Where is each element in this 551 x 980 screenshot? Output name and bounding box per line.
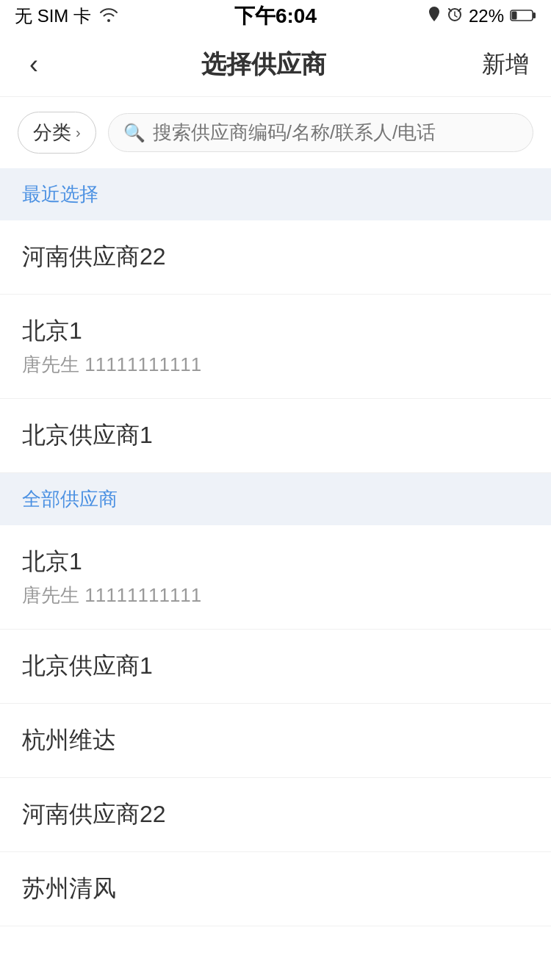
list-item[interactable]: 北京供应商1 (0, 630, 551, 704)
svg-rect-2 (533, 12, 536, 18)
item-name: 河南供应商22 (22, 799, 529, 831)
add-button[interactable]: 新增 (482, 48, 529, 81)
search-icon: 🔍 (123, 123, 145, 143)
all-section-label: 全部供应商 (22, 488, 118, 510)
item-name: 北京供应商1 (22, 650, 529, 682)
category-button[interactable]: 分类 › (18, 112, 96, 154)
all-list: 北京1唐先生 11111111111北京供应商1杭州维达河南供应商22苏州清风 (0, 525, 551, 926)
list-item[interactable]: 河南供应商22 (0, 220, 551, 295)
list-item[interactable]: 苏州清风 (0, 852, 551, 926)
recent-list: 河南供应商22北京1唐先生 11111111111北京供应商1 (0, 220, 551, 473)
all-section-header: 全部供应商 (0, 473, 551, 525)
list-item[interactable]: 北京1唐先生 11111111111 (0, 525, 551, 630)
recent-section-header: 最近选择 (0, 168, 551, 220)
item-sub: 唐先生 11111111111 (22, 352, 529, 378)
location-icon (428, 6, 441, 26)
list-item[interactable]: 北京供应商1 (0, 399, 551, 473)
list-item[interactable]: 河南供应商22 (0, 778, 551, 852)
nav-bar: ‹ 选择供应商 新增 (0, 32, 551, 97)
recent-section-label: 最近选择 (22, 183, 98, 205)
battery-icon (510, 6, 536, 26)
item-sub: 唐先生 11111111111 (22, 583, 529, 608)
svg-rect-3 (512, 12, 517, 20)
search-input[interactable] (153, 121, 518, 144)
battery-text: 22% (469, 6, 504, 26)
search-box[interactable]: 🔍 (108, 113, 533, 152)
carrier-text: 无 SIM 卡 (15, 4, 91, 28)
status-right: 22% (428, 6, 536, 26)
item-name: 北京1 (22, 546, 529, 578)
item-name: 杭州维达 (22, 724, 529, 757)
category-label: 分类 (33, 120, 71, 145)
chevron-right-icon: › (76, 124, 81, 141)
list-item[interactable]: 杭州维达 (0, 704, 551, 778)
item-name: 河南供应商22 (22, 241, 529, 273)
filter-row: 分类 › 🔍 (0, 97, 551, 168)
page-title: 选择供应商 (201, 48, 326, 82)
item-name: 北京1 (22, 315, 529, 347)
status-bar: 无 SIM 卡 下午6:04 22% (0, 0, 551, 32)
back-button[interactable]: ‹ (22, 42, 46, 87)
list-item[interactable]: 北京1唐先生 11111111111 (0, 295, 551, 399)
item-name: 北京供应商1 (22, 419, 529, 452)
alarm-icon (447, 6, 463, 26)
status-left: 无 SIM 卡 (15, 4, 119, 28)
item-name: 苏州清风 (22, 873, 529, 905)
status-time: 下午6:04 (234, 2, 317, 30)
wifi-icon (98, 6, 119, 26)
